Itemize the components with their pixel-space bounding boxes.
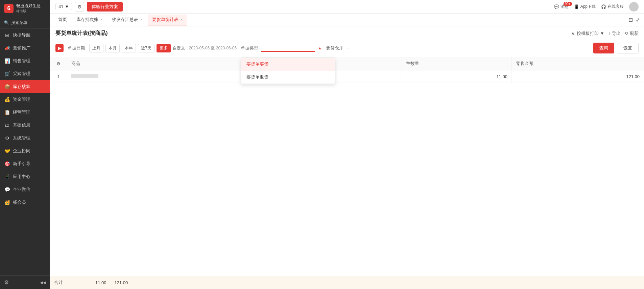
user-avatar[interactable] xyxy=(629,2,639,12)
basic-icon: 🗂 xyxy=(4,123,10,128)
type-dropdown: 要货单要货 要货单退货 xyxy=(241,58,335,84)
tab-inventory-batch[interactable]: 库存批次账 × xyxy=(72,15,106,25)
data-table: ⚙ 商品 主计量单位 主数量 零售金额 1 块 11.00 121.00 xyxy=(50,57,644,83)
tab-receivables[interactable]: 收发存汇总表 × xyxy=(108,15,146,25)
support-button[interactable]: 🎧 在线客服 xyxy=(601,4,624,9)
sidebar-item-sales[interactable]: 📊 销售管理 xyxy=(0,54,50,67)
sidebar-item-label: 基础信息 xyxy=(13,122,30,128)
filter-actions: 查询 设置 xyxy=(593,43,639,53)
sidebar-item-finance[interactable]: 💰 资金管理 xyxy=(0,93,50,106)
app-label: App下载 xyxy=(580,4,596,9)
inventory-icon: 📦 xyxy=(4,84,10,89)
messages-badge: 99+ xyxy=(564,2,572,6)
date-7days[interactable]: 近7天 xyxy=(138,44,154,52)
tabs-expand-button[interactable]: ⊟ xyxy=(628,17,633,23)
logo-name: 畅捷通好生意 xyxy=(16,3,41,9)
operation-icon: 📋 xyxy=(4,110,10,115)
sidebar: 6 畅捷通好生意 标准版 🔍 搜索菜单 ⊞ 快捷导航 📣 营销推广 📊 销售管理… xyxy=(0,0,50,289)
sidebar-item-label: 快捷导航 xyxy=(13,32,30,38)
wechat-icon: 💬 xyxy=(4,187,10,192)
sidebar-item-label: 系统管理 xyxy=(13,135,30,141)
table-footer: 合计 11.00 121.00 xyxy=(50,276,644,289)
sidebar-settings-icon[interactable]: ⚙ xyxy=(4,279,9,286)
dropdown-item-order-goods[interactable]: 要货单要货 xyxy=(241,58,335,71)
sidebar-item-inventory[interactable]: 📦 库存核算 xyxy=(0,80,50,93)
page-content: 要货单统计表(按商品) 🖨 按模板打印 ▼ ↑ 导出 ↻ 刷新 ▶ xyxy=(50,26,644,289)
logo-icon: 6 xyxy=(4,4,14,13)
tab-receivables-label: 收发存汇总表 xyxy=(112,17,138,23)
tab-order-stats[interactable]: 要货单统计表 × xyxy=(148,15,187,25)
tab-receivables-close[interactable]: × xyxy=(140,18,142,22)
date-this-month[interactable]: 本月 xyxy=(105,44,120,52)
cell-product xyxy=(67,70,247,83)
industry-button[interactable]: 体验行业方案 xyxy=(87,2,123,12)
type-filter-arrow[interactable]: ▲ xyxy=(318,46,322,50)
tab-order-stats-close[interactable]: × xyxy=(181,18,183,22)
main-content: 41 ▼ ⚙ 体验行业方案 💬 消息 99+ 📱 App下载 🎧 在线客服 xyxy=(50,0,644,289)
sidebar-collapse-btn[interactable]: ◀◀ xyxy=(40,280,46,285)
filter-expand-button[interactable]: ▶ xyxy=(55,44,64,52)
sidebar-item-marketing[interactable]: 📣 营销推广 xyxy=(0,42,50,54)
sidebar-item-member[interactable]: 👑 畅会员 xyxy=(0,196,50,209)
date-filter-label: 单据日期 xyxy=(68,45,85,51)
sidebar-item-operation[interactable]: 📋 经营管理 xyxy=(0,106,50,119)
sidebar-item-label: 资金管理 xyxy=(13,96,30,103)
store-selector[interactable]: 41 ▼ xyxy=(55,3,72,10)
type-filter-input[interactable] xyxy=(261,45,315,52)
support-icon: 🎧 xyxy=(601,4,606,9)
date-filter-group: 上月 本月 本年 近7天 更多 自定义 xyxy=(89,44,185,52)
sidebar-item-label: 库存核算 xyxy=(13,84,30,90)
sidebar-item-quick-nav[interactable]: ⊞ 快捷导航 xyxy=(0,29,50,42)
date-more[interactable]: 更多 xyxy=(157,44,171,52)
sidebar-search[interactable]: 🔍 搜索菜单 xyxy=(0,17,50,29)
date-custom[interactable]: 自定义 xyxy=(173,45,185,51)
settings-button[interactable]: ⚙ xyxy=(75,2,84,12)
date-last-month[interactable]: 上月 xyxy=(89,44,103,52)
warehouse-filter-label: 要货仓库 xyxy=(326,45,343,51)
dropdown-item-order-return[interactable]: 要货单退货 xyxy=(241,71,335,84)
refresh-button[interactable]: ↻ 刷新 xyxy=(625,30,639,37)
sidebar-item-basic[interactable]: 🗂 基础信息 xyxy=(0,119,50,132)
app-icon: 📱 xyxy=(574,4,579,9)
sidebar-item-guide[interactable]: 🎯 新手引导 xyxy=(0,157,50,170)
warehouse-filter-group: 要货仓库 ··· xyxy=(326,45,351,51)
support-label: 在线客服 xyxy=(607,4,624,9)
page-actions: 🖨 按模板打印 ▼ ↑ 导出 ↻ 刷新 xyxy=(571,30,639,37)
warehouse-filter-dots[interactable]: ··· xyxy=(346,45,351,51)
print-button[interactable]: 🖨 按模板打印 ▼ xyxy=(571,30,604,37)
date-range-display: 2023-05-06 至 2023-06-06 xyxy=(189,45,237,51)
sidebar-item-system[interactable]: ⚙ 系统管理 xyxy=(0,132,50,144)
col-header-settings[interactable]: ⚙ xyxy=(50,57,67,70)
date-this-year[interactable]: 本年 xyxy=(122,44,136,52)
sidebar-item-wechat[interactable]: 💬 企业微信 xyxy=(0,183,50,196)
tab-inventory-batch-close[interactable]: × xyxy=(100,18,102,22)
sidebar-item-purchase[interactable]: 🛒 采购管理 xyxy=(0,67,50,80)
sidebar-item-appstore[interactable]: 📱 应用中心 xyxy=(0,170,50,183)
sidebar-item-label: 采购管理 xyxy=(13,71,30,77)
app-download-button[interactable]: 📱 App下载 xyxy=(574,4,596,9)
purchase-icon: 🛒 xyxy=(4,71,10,76)
footer-amount: 121.00 xyxy=(115,280,128,285)
query-button[interactable]: 查询 xyxy=(593,43,614,53)
filter-bar: ▶ 单据日期 上月 本月 本年 近7天 更多 自定义 2023-05-06 至 … xyxy=(50,39,644,57)
tab-home[interactable]: 首页 xyxy=(54,15,71,25)
sidebar-item-label: 畅会员 xyxy=(13,199,26,205)
sidebar-footer: ⚙ ◀◀ xyxy=(0,275,50,289)
set-button[interactable]: 设置 xyxy=(617,43,639,53)
cell-qty: 11.00 xyxy=(402,70,511,83)
header-left: 41 ▼ ⚙ 体验行业方案 xyxy=(55,2,550,12)
message-icon: 💬 xyxy=(554,4,559,9)
tabs-fullscreen-button[interactable]: ⤢ xyxy=(636,17,640,23)
export-icon: ↑ xyxy=(609,31,611,36)
sidebar-item-label: 企业协同 xyxy=(13,148,30,154)
messages-button[interactable]: 💬 消息 99+ xyxy=(554,4,569,9)
export-button[interactable]: ↑ 导出 xyxy=(609,30,621,37)
export-label: 导出 xyxy=(612,30,621,37)
sidebar-item-label: 企业微信 xyxy=(13,186,30,193)
store-name: 41 xyxy=(58,4,63,9)
sidebar-item-enterprise[interactable]: 🤝 企业协同 xyxy=(0,144,50,157)
sidebar-logo: 6 畅捷通好生意 标准版 xyxy=(0,0,50,17)
finance-icon: 💰 xyxy=(4,97,10,102)
sidebar-item-label: 销售管理 xyxy=(13,58,30,64)
store-dropdown-icon: ▼ xyxy=(65,4,69,9)
